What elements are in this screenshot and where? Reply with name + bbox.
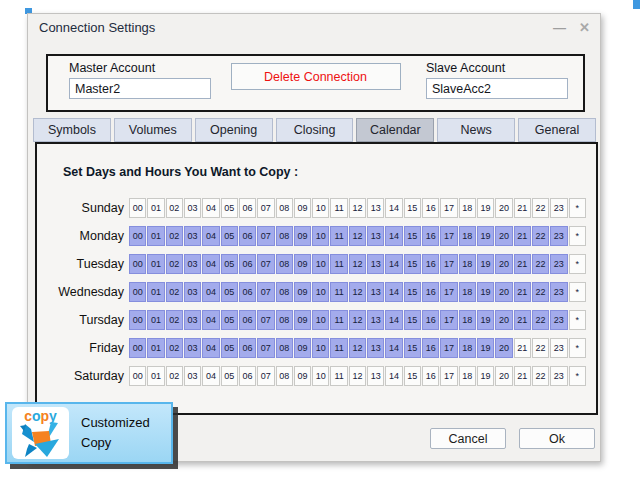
hour-cell[interactable]: 18 [459,282,476,302]
hour-cell[interactable]: 15 [404,282,421,302]
hour-cell[interactable]: 21 [514,226,531,246]
hour-cell[interactable]: 10 [312,226,329,246]
hour-cell[interactable]: 20 [495,310,512,330]
hour-cell[interactable]: 11 [330,338,347,358]
hour-cell[interactable]: 10 [312,338,329,358]
hour-cell[interactable]: 07 [257,310,274,330]
hour-cell[interactable]: 21 [514,198,531,218]
hour-cell[interactable]: 09 [294,254,311,274]
hour-cell[interactable]: 16 [422,310,439,330]
hour-cell[interactable]: 06 [239,198,256,218]
hour-cell[interactable]: 12 [349,226,366,246]
hour-cell[interactable]: 02 [166,366,183,386]
ok-button[interactable]: Ok [519,428,595,449]
hour-cell[interactable]: 23 [550,310,567,330]
hour-cell[interactable]: 14 [385,282,402,302]
hour-cell[interactable]: 13 [367,310,384,330]
hour-cell[interactable]: 02 [166,198,183,218]
hour-cell[interactable]: 18 [459,338,476,358]
hour-cell[interactable]: 19 [477,254,494,274]
hour-cell[interactable]: 12 [349,198,366,218]
hour-cell[interactable]: 19 [477,226,494,246]
hour-cell[interactable]: 18 [459,226,476,246]
hour-cell[interactable]: 00 [129,310,146,330]
hour-cell[interactable]: 17 [440,310,457,330]
hour-cell[interactable]: 22 [532,198,549,218]
hour-cell[interactable]: 15 [404,198,421,218]
hour-cell[interactable]: 03 [184,226,201,246]
hour-cell[interactable]: 19 [477,338,494,358]
tab-general[interactable]: General [518,118,596,142]
hour-cell[interactable]: 22 [532,338,549,358]
hour-cell[interactable]: 21 [514,338,531,358]
hour-cell-all[interactable]: * [569,226,586,246]
hour-cell[interactable]: 05 [221,282,238,302]
hour-cell[interactable]: 08 [276,226,293,246]
hour-cell[interactable]: 00 [129,366,146,386]
hour-cell[interactable]: 04 [202,310,219,330]
hour-cell[interactable]: 07 [257,254,274,274]
hour-cell-all[interactable]: * [569,282,586,302]
hour-cell[interactable]: 01 [147,366,164,386]
hour-cell[interactable]: 18 [459,310,476,330]
hour-cell[interactable]: 10 [312,282,329,302]
hour-cell[interactable]: 13 [367,282,384,302]
master-account-input[interactable] [69,78,211,99]
hour-cell[interactable]: 00 [129,226,146,246]
hour-cell[interactable]: 04 [202,226,219,246]
hour-cell[interactable]: 01 [147,282,164,302]
hour-cell[interactable]: 11 [330,282,347,302]
hour-cell[interactable]: 18 [459,254,476,274]
hour-cell[interactable]: 10 [312,198,329,218]
hour-cell[interactable]: 14 [385,310,402,330]
hour-cell[interactable]: 15 [404,226,421,246]
tab-symbols[interactable]: Symbols [33,118,111,142]
cancel-button[interactable]: Cancel [430,428,506,449]
hour-cell[interactable]: 05 [221,366,238,386]
hour-cell[interactable]: 06 [239,254,256,274]
hour-cell[interactable]: 13 [367,254,384,274]
hour-cell[interactable]: 19 [477,198,494,218]
hour-cell[interactable]: 15 [404,338,421,358]
hour-cell[interactable]: 23 [550,254,567,274]
hour-cell[interactable]: 09 [294,226,311,246]
hour-cell[interactable]: 13 [367,226,384,246]
hour-cell[interactable]: 16 [422,226,439,246]
hour-cell[interactable]: 14 [385,254,402,274]
hour-cell[interactable]: 06 [239,338,256,358]
hour-cell[interactable]: 03 [184,282,201,302]
hour-cell[interactable]: 09 [294,282,311,302]
hour-cell[interactable]: 19 [477,366,494,386]
hour-cell[interactable]: 09 [294,338,311,358]
hour-cell[interactable]: 06 [239,282,256,302]
hour-cell[interactable]: 20 [495,338,512,358]
hour-cell[interactable]: 00 [129,338,146,358]
hour-cell[interactable]: 05 [221,338,238,358]
hour-cell[interactable]: 02 [166,226,183,246]
hour-cell[interactable]: 18 [459,366,476,386]
hour-cell[interactable]: 16 [422,338,439,358]
hour-cell[interactable]: 17 [440,254,457,274]
hour-cell[interactable]: 23 [550,226,567,246]
hour-cell[interactable]: 09 [294,366,311,386]
hour-cell[interactable]: 04 [202,198,219,218]
hour-cell[interactable]: 08 [276,282,293,302]
hour-cell[interactable]: 05 [221,198,238,218]
hour-cell[interactable]: 12 [349,310,366,330]
hour-cell[interactable]: 16 [422,366,439,386]
hour-cell[interactable]: 23 [550,366,567,386]
hour-cell[interactable]: 17 [440,198,457,218]
hour-cell[interactable]: 00 [129,282,146,302]
hour-cell[interactable]: 15 [404,366,421,386]
hour-cell[interactable]: 05 [221,254,238,274]
hour-cell[interactable]: 12 [349,282,366,302]
hour-cell[interactable]: 21 [514,282,531,302]
hour-cell[interactable]: 22 [532,310,549,330]
hour-cell[interactable]: 20 [495,198,512,218]
hour-cell[interactable]: 01 [147,226,164,246]
tab-news[interactable]: News [437,118,515,142]
hour-cell[interactable]: 01 [147,338,164,358]
hour-cell[interactable]: 15 [404,310,421,330]
hour-cell[interactable]: 21 [514,254,531,274]
hour-cell[interactable]: 08 [276,310,293,330]
